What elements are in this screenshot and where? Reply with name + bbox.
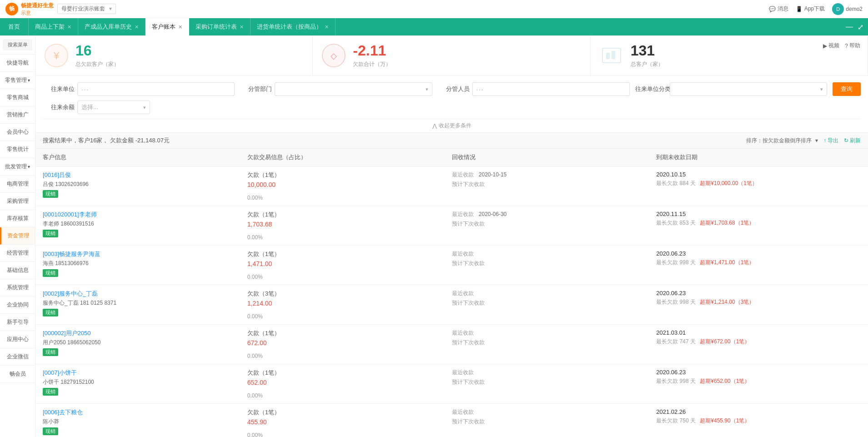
customer-name-2[interactable]: [0003]畅捷服务尹海蓝 bbox=[43, 250, 247, 258]
help-btn[interactable]: ? 帮助 bbox=[845, 42, 860, 50]
tab-bar-actions: — ⤢ bbox=[841, 18, 868, 35]
export-btn[interactable]: ↑ 导出 bbox=[823, 137, 838, 145]
customer-contact-6: 陈小莽 bbox=[43, 418, 247, 426]
tab-product-offshelf[interactable]: 商品上下架 ✕ bbox=[29, 18, 78, 35]
sidebar-item-enterprise-wechat[interactable]: 企业微信 bbox=[0, 348, 35, 366]
sidebar-item-member-center[interactable]: 会员中心 bbox=[0, 124, 35, 141]
from-unit-input[interactable]: ··· bbox=[77, 82, 235, 96]
filter-collapse-btn[interactable]: ⋀ 收起更多条件 bbox=[43, 119, 861, 132]
refresh-icon: ↻ bbox=[844, 137, 848, 144]
sidebar-item-enterprise-coop[interactable]: 企业协同 bbox=[0, 296, 35, 314]
debt-amount-2[interactable]: 1,471.00 bbox=[247, 260, 452, 267]
debt-amount-5[interactable]: 652.00 bbox=[247, 379, 452, 386]
app-name: 畅捷通好生意 示意 bbox=[21, 2, 54, 16]
app-download-btn[interactable]: 📱 App下载 bbox=[796, 5, 825, 13]
debt-amount-1[interactable]: 1,703.68 bbox=[247, 221, 452, 228]
search-menu-button[interactable]: 搜索菜单 bbox=[3, 39, 32, 50]
customer-name-1[interactable]: [0001020001]李老师 bbox=[43, 211, 247, 219]
close-icon[interactable]: ✕ bbox=[240, 24, 244, 30]
customer-contact-2: 海燕 18513066976 bbox=[43, 260, 247, 267]
stat-card-customers: ¥ 16 总欠款客户（家） bbox=[35, 35, 313, 75]
stat-value-customers: 16 bbox=[75, 43, 303, 59]
unit-class-select[interactable]: ▾ bbox=[670, 82, 827, 96]
unit-class-label: 往来单位分类 bbox=[635, 85, 667, 93]
recovery-info-0: 最近收款 2020-10-15 预计下次收款 bbox=[452, 171, 657, 190]
sort-label: 排序：按欠款金额倒序排序 bbox=[746, 137, 812, 145]
sidebar-item-batch-manage[interactable]: 批发管理 ▾ bbox=[0, 158, 35, 176]
sidebar-item-member-vip[interactable]: 畅会员 bbox=[0, 366, 35, 383]
sidebar-item-finance[interactable]: 资金管理 bbox=[0, 227, 35, 245]
close-icon[interactable]: ✕ bbox=[325, 24, 329, 30]
person-input[interactable]: ··· bbox=[472, 82, 630, 96]
tab-home[interactable]: 首页 bbox=[0, 18, 29, 35]
table-row: [0001020001]李老师 李老师 18600391516 现销 欠款（1笔… bbox=[35, 206, 868, 246]
sidebar-item-marketing[interactable]: 营销推广 bbox=[0, 106, 35, 124]
tab-purchase-stats[interactable]: 进货单统计表（按商品） ✕ bbox=[251, 18, 336, 35]
sidebar-item-retail-manage[interactable]: 零售管理 ▾ bbox=[0, 72, 35, 89]
balance-select[interactable]: 选择... ▾ bbox=[77, 100, 150, 114]
debt-amount-4[interactable]: 672.00 bbox=[247, 339, 452, 347]
sidebar-item-app-center[interactable]: 应用中心 bbox=[0, 331, 35, 348]
maximize-icon[interactable]: ⤢ bbox=[858, 23, 863, 31]
content-area: ¥ 16 总欠款客户（家） ◇ -2.11 欠款合计（万） bbox=[35, 35, 868, 437]
sidebar-item-retail-stats[interactable]: 零售统计 bbox=[0, 141, 35, 158]
debt-amount-0[interactable]: 10,000.00 bbox=[247, 181, 452, 188]
overdue-link-2[interactable]: 超期¥1,471.00（1笔） bbox=[700, 259, 754, 266]
user-menu[interactable]: D demo2 bbox=[832, 3, 863, 15]
overdue-link-5[interactable]: 超期¥652.00（1笔） bbox=[700, 378, 750, 384]
overdue-link-1[interactable]: 超期¥1,703.68（1笔） bbox=[700, 220, 754, 226]
next-payment-1: 预计下次收款 bbox=[452, 220, 657, 228]
sidebar-item-purchase-manage[interactable]: 采购管理 bbox=[0, 193, 35, 210]
minimize-icon[interactable]: — bbox=[846, 23, 853, 31]
sidebar-item-inventory[interactable]: 库存核算 bbox=[0, 210, 35, 227]
overdue-link-0[interactable]: 超期¥10,000.00（1笔） bbox=[700, 180, 758, 186]
customer-name-6[interactable]: [0006]去下粮仓 bbox=[43, 408, 247, 417]
sidebar-item-basic-info[interactable]: 基础信息 bbox=[0, 262, 35, 279]
message-btn[interactable]: 💬 消息 bbox=[769, 5, 788, 13]
debt-count-5: 欠款（1笔） bbox=[247, 369, 452, 377]
recovery-info-6: 最近收款 预计下次收款 bbox=[452, 408, 657, 427]
sidebar-item-ecommerce[interactable]: 电商管理 bbox=[0, 176, 35, 193]
debt-amount-3[interactable]: 1,214.00 bbox=[247, 300, 452, 307]
overdue-link-3[interactable]: 超期¥1,214.00（3笔） bbox=[700, 299, 754, 305]
industry-selector[interactable]: 母婴行业演示账套 ▾ bbox=[57, 4, 116, 14]
customer-name-3[interactable]: [0002]服务中心_丁磊 bbox=[43, 290, 247, 298]
overdue-link-6[interactable]: 超期¥455.90（1笔） bbox=[700, 417, 750, 424]
results-actions: 排序：按欠款金额倒序排序 ▾ ↑ 导出 ↻ 刷新 bbox=[746, 137, 861, 145]
chevron-down-icon: ▾ bbox=[820, 86, 823, 92]
tab-customer-account[interactable]: 客户账本 ✕ bbox=[146, 18, 189, 35]
debt-amount-6[interactable]: 455.90 bbox=[247, 418, 452, 426]
close-icon[interactable]: ✕ bbox=[178, 24, 182, 30]
dept-select[interactable]: ▾ bbox=[275, 82, 432, 96]
sidebar-item-retail-store[interactable]: 零售商城 bbox=[0, 89, 35, 106]
video-btn[interactable]: ▶ 视频 bbox=[823, 42, 839, 50]
search-button[interactable]: 查询 bbox=[833, 82, 861, 96]
recovery-info-5: 最近收款 预计下次收款 bbox=[452, 369, 657, 388]
tab-product-instock[interactable]: 产成品入库单历史 ✕ bbox=[78, 18, 146, 35]
sort-select[interactable]: 排序：按欠款金额倒序排序 ▾ bbox=[746, 137, 818, 145]
sidebar-item-newbie[interactable]: 新手引导 bbox=[0, 314, 35, 331]
sidebar-item-quick-nav[interactable]: 快捷导航 bbox=[0, 55, 35, 72]
due-days-1: 最长欠款 853 天 超期¥1,703.68（1笔） bbox=[656, 219, 861, 227]
close-icon[interactable]: ✕ bbox=[67, 24, 71, 30]
customer-contact-0: 吕俊 13026203696 bbox=[43, 181, 247, 188]
customer-name-4[interactable]: [000002]用户2050 bbox=[43, 329, 247, 337]
due-days-0: 最长欠款 884 天 超期¥10,000.00（1笔） bbox=[656, 180, 861, 187]
sidebar-item-operations[interactable]: 经营管理 bbox=[0, 245, 35, 262]
header-right: 💬 消息 📱 App下载 D demo2 bbox=[769, 3, 863, 15]
debt-percent-6: 0.00% bbox=[247, 432, 452, 437]
debt-info-4: 欠款（1笔） 672.00 0.00% bbox=[247, 329, 452, 359]
tab-purchase-order[interactable]: 采购订单统计表 ✕ bbox=[189, 18, 251, 35]
debt-count-6: 欠款（1笔） bbox=[247, 408, 452, 417]
overdue-link-4[interactable]: 超期¥672.00（1笔） bbox=[700, 338, 750, 345]
stat-label-total: 总客户（家） bbox=[631, 60, 858, 68]
sidebar-item-system[interactable]: 系统管理 bbox=[0, 279, 35, 296]
stat-label-customers: 总欠款客户（家） bbox=[75, 60, 303, 68]
customer-name-5[interactable]: [0007]小饼干 bbox=[43, 369, 247, 377]
close-icon[interactable]: ✕ bbox=[135, 24, 139, 30]
customer-name-0[interactable]: [0016]吕俊 bbox=[43, 171, 247, 179]
table-row: [000002]用户2050 用户2050 18665062050 现销 欠款（… bbox=[35, 325, 868, 364]
refresh-btn[interactable]: ↻ 刷新 bbox=[844, 137, 861, 145]
customer-info-4: [000002]用户2050 用户2050 18665062050 现销 bbox=[43, 329, 247, 356]
table-row: [0003]畅捷服务尹海蓝 海燕 18513066976 现销 欠款（1笔） 1… bbox=[35, 246, 868, 285]
